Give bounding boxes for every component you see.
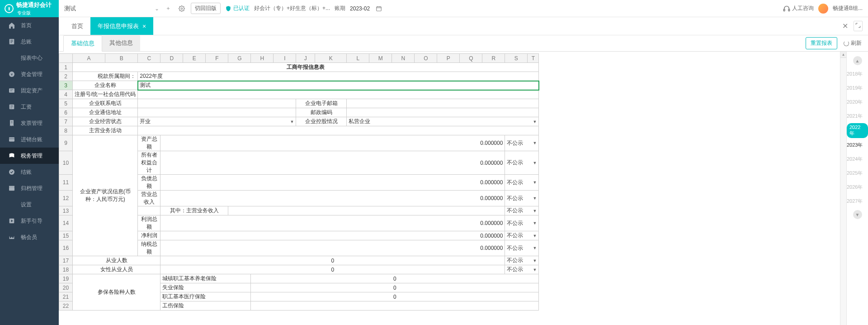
year-option[interactable]: 2020年 [847,95,868,109]
sidebar-item-invoice[interactable]: 发票管理 [0,115,59,131]
spreadsheet[interactable]: ABCDEFGHIJKLMNOPQRST1工商年报信息表2税款所属期间：2022… [59,52,840,325]
col-header[interactable]: F [206,54,228,63]
row-header[interactable]: 7 [59,117,73,126]
sidebar-item-inout[interactable]: 进销台账 [0,131,59,148]
row-header[interactable]: 13 [59,206,73,215]
sidebar-item-settings[interactable]: 设置 [0,196,59,213]
chevron-down-icon[interactable]: ⌄ [155,5,159,12]
fin-value[interactable]: 0.000000 [160,215,505,231]
fin-value[interactable]: 0.000000 [160,240,505,256]
col-header[interactable]: S [505,54,528,63]
dropdown[interactable]: 不公示▼ [507,159,537,167]
sidebar-item-tax[interactable]: 税务管理 [0,148,59,164]
subtab-0[interactable]: 基础信息 [63,35,102,52]
dropdown[interactable]: 不公示▼ [507,139,537,147]
fin-value[interactable]: 0.000000 [160,135,505,151]
year-option[interactable]: 2025年 [847,166,868,180]
sidebar-item-chart[interactable]: 报表中心 [0,50,59,66]
row-header[interactable]: 22 [59,301,73,311]
year-option[interactable]: 2027年 [847,194,868,208]
row-header[interactable]: 11 [59,175,73,191]
col-header[interactable]: B [105,54,138,63]
year-option[interactable]: 2022年 [847,123,868,138]
year-up-icon[interactable]: ▲ [853,56,862,65]
row-header[interactable]: 20 [59,283,73,292]
fin-value[interactable]: 0.000000 [160,175,505,191]
col-header[interactable]: L [347,54,369,63]
dropdown[interactable]: 不公示▼ [507,179,537,186]
dropdown[interactable]: 不公示▼ [507,220,537,227]
tab-close-icon[interactable]: × [142,23,146,30]
vertical-scrollbar[interactable]: ▲ [840,52,846,325]
row-header[interactable]: 1 [59,63,73,72]
row-header[interactable]: 6 [59,108,73,117]
plus-icon[interactable]: ＋ [164,4,173,13]
year-option[interactable]: 2024年 [847,152,868,166]
row-header[interactable]: 17 [59,256,73,265]
sidebar-item-asset[interactable]: 固定资产 [0,82,59,99]
dropdown[interactable]: 不公示▼ [507,244,537,252]
col-header[interactable]: K [315,54,347,63]
sidebar-item-ledger[interactable]: 总账 [0,33,59,50]
sidebar-item-archive[interactable]: 归档管理 [0,180,59,196]
sidebar-item-salary[interactable]: 工资 [0,99,59,115]
col-header[interactable]: E [183,54,206,63]
col-header[interactable]: C [138,54,160,63]
row-header[interactable]: 18 [59,265,73,274]
row-header[interactable]: 5 [59,99,73,108]
close-all-tabs-icon[interactable]: ✕ [842,22,848,30]
gear-icon[interactable] [177,4,186,13]
row-header[interactable]: 10 [59,151,73,175]
col-header[interactable]: D [160,54,183,63]
fin-value[interactable]: 0.000000 [160,151,505,175]
year-option[interactable]: 2019年 [847,81,868,95]
row-header[interactable]: 9 [59,135,73,151]
col-header[interactable]: H [251,54,274,63]
username[interactable]: 畅捷通B组... [833,5,863,12]
row-header[interactable]: 15 [59,231,73,240]
fin-value[interactable]: 0.000000 [160,191,505,206]
tab-0[interactable]: 首页 [64,17,90,35]
col-header[interactable]: I [274,54,296,63]
switch-old-button[interactable]: 切回旧版 [191,3,221,14]
dropdown[interactable]: 不公示▼ [507,266,537,273]
year-down-icon[interactable]: ▼ [853,210,862,219]
row-header[interactable]: 14 [59,215,73,231]
tab-1[interactable]: 年报信息申报表× [90,17,153,35]
reg-no-input[interactable] [138,90,539,99]
dropdown[interactable]: 开业▼ [140,118,294,125]
row-header[interactable]: 19 [59,274,73,283]
sidebar-item-guide[interactable]: 新手引导 [0,213,59,229]
row-header[interactable]: 2 [59,72,73,81]
sidebar-item-money[interactable]: ¥资金管理 [0,66,59,82]
col-header[interactable]: N [392,54,415,63]
col-header[interactable]: J [296,54,315,63]
refresh-button[interactable]: 刷新 [844,39,862,47]
row-header[interactable]: 4 [59,90,73,99]
dropdown[interactable]: 不公示▼ [507,232,537,239]
avatar[interactable] [818,4,828,14]
sidebar-item-close[interactable]: 结账 [0,164,59,180]
year-option[interactable]: 2026年 [847,180,868,194]
row-header[interactable]: 21 [59,292,73,301]
company-selector[interactable] [64,3,150,14]
company-name-input[interactable]: 测试 [138,81,539,90]
col-header[interactable]: M [369,54,392,63]
col-header[interactable]: T [528,54,539,63]
dropdown[interactable]: 私营企业▼ [349,118,537,125]
sidebar-item-home[interactable]: 首页 [0,17,59,33]
fin-value[interactable]: 0.000000 [160,231,505,240]
dropdown[interactable]: 不公示▼ [507,257,537,264]
dropdown[interactable]: 不公示▼ [507,207,537,215]
row-header[interactable]: 16 [59,240,73,256]
subtab-1[interactable]: 其他信息 [102,35,140,51]
col-header[interactable]: A [73,54,105,63]
calendar-icon[interactable] [374,4,383,13]
human-service-link[interactable]: 人工咨询 [783,5,814,12]
sidebar-item-member[interactable]: 畅会员 [0,229,59,245]
col-header[interactable]: Q [460,54,482,63]
year-option[interactable]: 2021年 [847,109,868,123]
row-header[interactable]: 12 [59,191,73,206]
row-header[interactable]: 3 [59,81,73,90]
col-header[interactable]: G [228,54,251,63]
